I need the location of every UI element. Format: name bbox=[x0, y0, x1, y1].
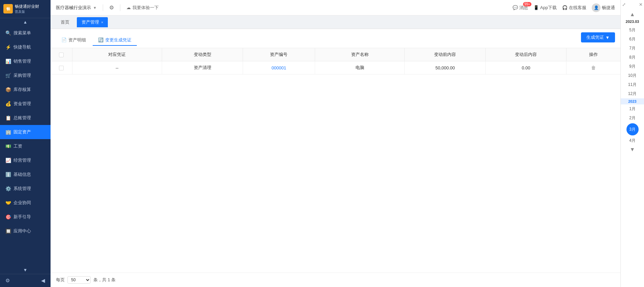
sidebar-item-basic[interactable]: ℹ️基础信息 bbox=[0, 167, 51, 182]
sidebar-item-ledger[interactable]: 📋总账管理 bbox=[0, 111, 51, 125]
cell-voucher-0: -- bbox=[72, 61, 162, 74]
date-scroll-down[interactable]: ▼ bbox=[621, 145, 644, 154]
col-header-before: 变动前内容 bbox=[405, 48, 486, 61]
generate-dropdown-icon: ▼ bbox=[605, 35, 610, 40]
date-item-7月[interactable]: 7月 bbox=[621, 44, 644, 53]
tab-close-icon[interactable]: × bbox=[101, 20, 103, 24]
app-icon: 📱 bbox=[533, 5, 539, 10]
sidebar-item-label-funds: 资金管理 bbox=[13, 101, 31, 107]
cell-after-0: 0.00 bbox=[486, 61, 566, 74]
sidebar-item-label-collab: 企业协同 bbox=[13, 200, 31, 206]
main-area: 医疗器械行业演示 ▼ ⚙ ☁ 我要体验一下 💬 消息 99+ 📱 App下载 🎧… bbox=[51, 0, 620, 287]
asset-change-table: 对应凭证 变动类型 资产编号 资产名称 变动前内容 变动后内容 操作 -- 资产… bbox=[51, 48, 620, 74]
online-service-button[interactable]: 🎧 在线客服 bbox=[562, 5, 586, 11]
topbar-divider-1 bbox=[103, 4, 103, 11]
app-download-button[interactable]: 📱 App下载 bbox=[533, 5, 557, 11]
company-selector[interactable]: 医疗器械行业演示 ▼ bbox=[56, 5, 97, 11]
year-label[interactable]: 2023 bbox=[621, 98, 644, 104]
date-item-9月[interactable]: 9月 bbox=[621, 62, 644, 71]
sidebar-item-guide[interactable]: 🎯新手引导 bbox=[0, 210, 51, 224]
date-item-8月[interactable]: 8月 bbox=[621, 53, 644, 62]
sidebar-item-label-system: 系统管理 bbox=[13, 186, 31, 192]
sidebar-item-ops[interactable]: 📈经营管理 bbox=[0, 153, 51, 167]
user-profile[interactable]: 👤 畅捷通 bbox=[592, 3, 615, 12]
sub-tab-asset-detail[interactable]: 📄 资产明细 bbox=[56, 35, 91, 46]
row-checkbox-0[interactable] bbox=[59, 66, 64, 70]
sidebar-item-system[interactable]: ⚙️系统管理 bbox=[0, 182, 51, 196]
page-tabs: 首页 资产管理 × bbox=[51, 15, 620, 29]
date-item-11月[interactable]: 11月 bbox=[621, 80, 644, 89]
ledger-icon: 📋 bbox=[5, 115, 11, 121]
tab-home[interactable]: 首页 bbox=[56, 17, 74, 27]
date-item-5月[interactable]: 5月 bbox=[621, 26, 644, 35]
sidebar-item-collab[interactable]: 🤝企业协同 bbox=[0, 196, 51, 210]
col-header-voucher: 对应凭证 bbox=[72, 48, 162, 61]
sidebar-item-label-search: 搜索菜单 bbox=[13, 30, 31, 36]
sub-tab-change-voucher[interactable]: 🔄 变更生成凭证 bbox=[93, 35, 137, 46]
table-row: -- 资产清理 000001 电脑 50,000.00 0.00 🗑 bbox=[51, 61, 620, 74]
date-item-12月[interactable]: 12月 bbox=[621, 89, 644, 98]
experience-button[interactable]: ☁ 我要体验一下 bbox=[126, 5, 159, 11]
generate-btn-wrapper: 生成凭证 ▼ bbox=[581, 32, 615, 48]
tab-asset-mgmt-label: 资产管理 bbox=[82, 19, 99, 25]
table-container: 对应凭证 变动类型 资产编号 资产名称 变动前内容 变动后内容 操作 -- 资产… bbox=[51, 48, 620, 273]
messages-button[interactable]: 💬 消息 99+ bbox=[513, 5, 528, 11]
company-name: 医疗器械行业演示 bbox=[56, 5, 91, 11]
sidebar-collapse-icon[interactable]: ◀ bbox=[41, 278, 45, 284]
sidebar-scroll-down[interactable]: ▼ bbox=[0, 266, 51, 274]
service-icon: 🎧 bbox=[562, 5, 568, 10]
generate-button-label: 生成凭证 bbox=[586, 34, 604, 40]
sidebar-item-quicknav[interactable]: ⚡快捷导航 bbox=[0, 40, 51, 54]
sidebar-scroll-up[interactable]: ▲ bbox=[0, 18, 51, 26]
sidebar-settings-icon[interactable]: ⚙ bbox=[5, 278, 10, 284]
inventory-icon: 📦 bbox=[5, 87, 11, 92]
delete-icon-0[interactable]: 🗑 bbox=[591, 65, 596, 70]
sidebar-item-inventory[interactable]: 📦库存核算 bbox=[0, 83, 51, 97]
date-item-4月[interactable]: 4月 bbox=[621, 136, 644, 145]
sidebar-item-sales[interactable]: 📊销售管理 bbox=[0, 54, 51, 68]
col-header-type: 变动类型 bbox=[162, 48, 243, 61]
quicknav-icon: ⚡ bbox=[5, 44, 11, 50]
sidebar-item-label-sales: 销售管理 bbox=[13, 58, 31, 64]
payroll-icon: 💵 bbox=[5, 144, 11, 149]
tab-asset-mgmt[interactable]: 资产管理 × bbox=[77, 17, 108, 27]
fixed-icon: 🏢 bbox=[5, 129, 11, 135]
sidebar-item-funds[interactable]: 💰资金管理 bbox=[0, 97, 51, 111]
asset-detail-icon: 📄 bbox=[61, 37, 67, 42]
pagination: 每页 50 100 200 条，共 1 条 bbox=[51, 273, 620, 287]
collab-icon: 🤝 bbox=[5, 200, 11, 205]
ops-icon: 📈 bbox=[5, 158, 11, 163]
right-panel-close-icon[interactable]: ✕ bbox=[639, 2, 643, 7]
pagination-size-select[interactable]: 50 100 200 bbox=[67, 276, 91, 284]
cell-checkbox-0 bbox=[51, 61, 72, 74]
sidebar-item-label-ops: 经营管理 bbox=[13, 157, 31, 163]
sub-tab-change-voucher-label: 变更生成凭证 bbox=[105, 37, 131, 43]
date-selected-3[interactable]: 3月 bbox=[626, 123, 639, 135]
sidebar-item-apps[interactable]: 🔲应用中心 bbox=[0, 224, 51, 238]
date-item-1月[interactable]: 1月 bbox=[621, 104, 644, 114]
sidebar-item-purchase[interactable]: 🛒采购管理 bbox=[0, 68, 51, 83]
date-item-2月[interactable]: 2月 bbox=[621, 114, 644, 123]
col-header-code: 资产编号 bbox=[243, 48, 315, 61]
settings-icon[interactable]: ⚙ bbox=[109, 4, 114, 11]
select-all-checkbox[interactable] bbox=[59, 53, 64, 57]
topbar-right: 💬 消息 99+ 📱 App下载 🎧 在线客服 👤 畅捷通 bbox=[513, 3, 615, 12]
col-header-after: 变动后内容 bbox=[486, 48, 566, 61]
sidebar-item-fixed[interactable]: 🏢固定资产 bbox=[0, 125, 51, 139]
date-item-10月[interactable]: 10月 bbox=[621, 71, 644, 80]
avatar: 👤 bbox=[592, 3, 601, 12]
date-scroll-up[interactable]: ▲ bbox=[621, 10, 644, 19]
sidebar-item-label-inventory: 库存核算 bbox=[13, 87, 31, 93]
pagination-per-page-label: 每页 bbox=[56, 277, 65, 283]
sidebar-item-search[interactable]: 🔍搜索菜单 bbox=[0, 26, 51, 40]
purchase-icon: 🛒 bbox=[5, 73, 11, 78]
date-item-6月[interactable]: 6月 bbox=[621, 35, 644, 44]
generate-voucher-button[interactable]: 生成凭证 ▼ bbox=[581, 32, 615, 42]
logo-text: 畅捷通好业财 普及版 bbox=[15, 4, 39, 14]
cell-type-0: 资产清理 bbox=[162, 61, 243, 74]
experience-icon: ☁ bbox=[126, 5, 131, 10]
right-panel-expand-icon[interactable]: ⤢ bbox=[622, 2, 626, 7]
sidebar-item-payroll[interactable]: 💵工资 bbox=[0, 139, 51, 153]
right-panel: ✕ ⤢ ▲ 2023.035月6月7月8月9月10月11月12月20231月2月… bbox=[620, 0, 644, 287]
col-header-checkbox bbox=[51, 48, 72, 61]
